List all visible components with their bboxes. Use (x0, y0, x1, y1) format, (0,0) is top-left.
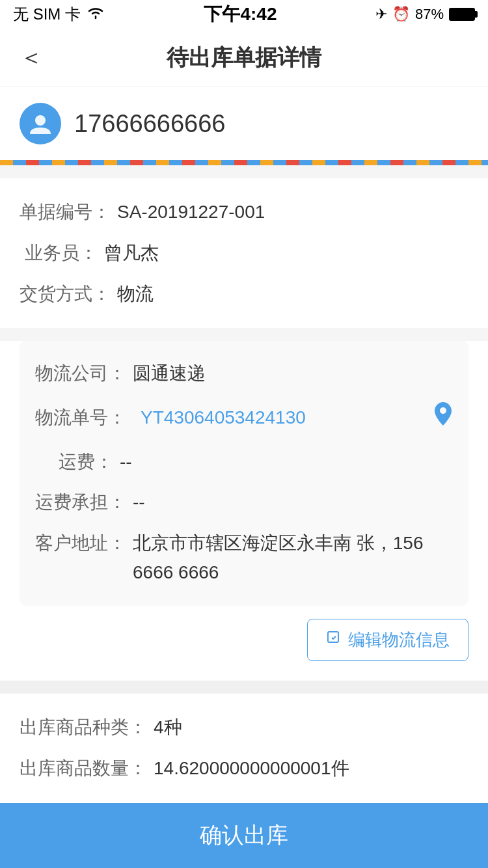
logistics-section: 物流公司： 圆通速递 物流单号： YT43064053424130 运费： --… (0, 341, 488, 680)
freight-bearer-label: 运费承担： (35, 488, 133, 517)
alarm-icon: ⏰ (392, 6, 410, 23)
svg-point-0 (35, 115, 46, 126)
salesman-value: 曾凡杰 (104, 239, 468, 268)
back-button[interactable]: ＜ (20, 42, 43, 74)
goods-type-label: 出库商品种类： (20, 713, 154, 742)
svg-rect-1 (328, 632, 338, 642)
order-info-section: 单据编号： SA-20191227-001 业务员： 曾凡杰 交货方式： 物流 (0, 178, 488, 328)
edit-logistics-button[interactable]: 编辑物流信息 (307, 619, 468, 661)
time-label: 下午4:42 (204, 2, 277, 27)
page-title: 待出库单据详情 (167, 43, 321, 73)
address-label: 客户地址： (35, 529, 133, 558)
goods-type-value: 4种 (154, 713, 468, 742)
tracking-value: YT43064053424130 (141, 403, 426, 433)
freight-bearer-row: 运费承担： -- (35, 488, 453, 517)
delivery-label: 交货方式： (20, 280, 117, 309)
goods-quantity-label: 出库商品数量： (20, 754, 154, 783)
customer-avatar (20, 103, 61, 144)
confirm-button[interactable]: 确认出库 (0, 803, 488, 868)
freight-row: 运费： -- (35, 448, 453, 477)
goods-quantity-row: 出库商品数量： 14.620000000000001件 (20, 754, 468, 783)
dashed-divider (0, 160, 488, 165)
status-bar: 无 SIM 卡 下午4:42 ✈ ⏰ 87% (0, 0, 488, 29)
address-row: 客户地址： 北京市市辖区海淀区永丰南 张，156 6666 6666 (35, 529, 453, 588)
location-icon: ✈ (375, 6, 387, 23)
battery-label: 87% (415, 6, 444, 23)
customer-header: 17666666666 (0, 87, 488, 160)
logistics-company-label: 物流公司： (35, 359, 133, 388)
status-left: 无 SIM 卡 (13, 4, 105, 25)
logistics-company-value: 圆通速递 (133, 359, 453, 388)
order-number-value: SA-20191227-001 (117, 198, 468, 227)
edit-icon (326, 630, 342, 650)
goods-quantity-value: 14.620000000000001件 (154, 754, 468, 783)
edit-logistics-label: 编辑物流信息 (348, 629, 450, 651)
freight-label: 运费： (35, 448, 120, 477)
order-number-label: 单据编号： (20, 198, 117, 227)
delivery-row: 交货方式： 物流 (20, 280, 468, 309)
wifi-icon (86, 5, 105, 23)
gray-separator (0, 681, 488, 694)
location-pin-icon[interactable] (433, 400, 453, 435)
order-number-row: 单据编号： SA-20191227-001 (20, 198, 468, 227)
edit-logistics-wrapper: 编辑物流信息 (20, 606, 468, 661)
freight-bearer-value: -- (133, 488, 453, 517)
goods-type-row: 出库商品种类： 4种 (20, 713, 468, 742)
carrier-label: 无 SIM 卡 (13, 4, 81, 25)
tracking-label: 物流单号： (35, 403, 133, 433)
battery-icon (449, 8, 475, 21)
salesman-row: 业务员： 曾凡杰 (20, 239, 468, 268)
tracking-row: 物流单号： YT43064053424130 (35, 400, 453, 435)
confirm-label: 确认出库 (200, 821, 288, 850)
salesman-label: 业务员： (20, 239, 104, 268)
customer-phone: 17666666666 (74, 110, 225, 138)
delivery-value: 物流 (117, 280, 468, 309)
address-value: 北京市市辖区海淀区永丰南 张，156 6666 6666 (133, 529, 453, 588)
status-right: ✈ ⏰ 87% (375, 6, 475, 23)
logistics-card: 物流公司： 圆通速递 物流单号： YT43064053424130 运费： --… (20, 341, 468, 605)
nav-bar: ＜ 待出库单据详情 (0, 29, 488, 87)
logistics-company-row: 物流公司： 圆通速递 (35, 359, 453, 388)
freight-value: -- (120, 448, 453, 477)
